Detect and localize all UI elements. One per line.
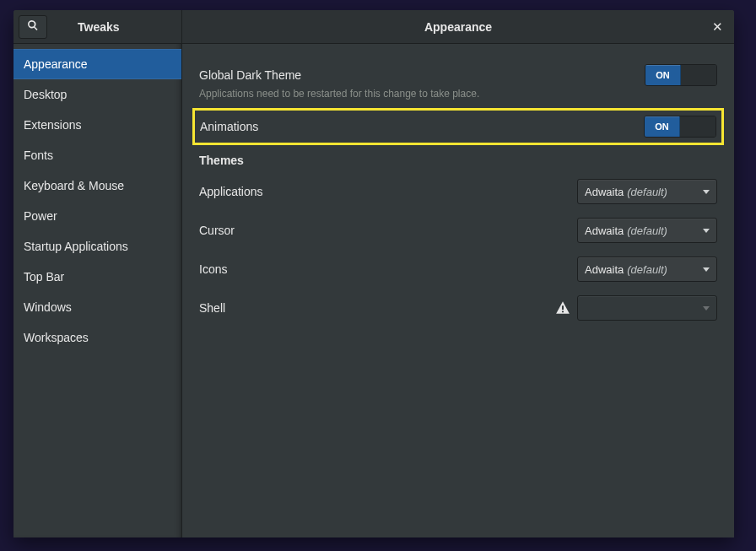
global-dark-label: Global Dark Theme [199,68,301,82]
switch-on-label: ON [645,65,681,85]
row-animations: Animations ON [192,108,724,145]
chevron-down-icon [703,267,710,272]
sidebar-item-label: Keyboard & Mouse [24,179,124,192]
dropdown-value: Adwaita [585,224,624,237]
sidebar-item-label: Power [24,209,57,223]
themes-heading: Themes [199,154,717,167]
theme-applications-label: Applications [199,185,263,198]
page-title: Appearance [182,20,734,34]
sidebar-item-keyboard-mouse[interactable]: Keyboard & Mouse [14,170,181,201]
theme-icons-label: Icons [199,262,227,276]
dropdown-value-note: (default) [627,263,667,276]
sidebar-item-label: Windows [24,300,72,314]
sidebar-item-desktop[interactable]: Desktop [14,79,181,110]
theme-cursor-label: Cursor [199,224,235,237]
dropdown-value-note: (default) [627,186,667,198]
animations-switch[interactable]: ON [644,116,716,138]
sidebar-item-windows[interactable]: Windows [14,292,181,322]
global-dark-subtext: Applications need to be restarted for th… [199,88,717,100]
chevron-down-icon [703,190,710,194]
sidebar-item-label: Fonts [24,149,53,162]
theme-applications-dropdown[interactable]: Adwaita (default) [577,179,717,204]
sidebar-item-power[interactable]: Power [14,201,181,231]
sidebar-item-workspaces[interactable]: Workspaces [14,322,181,353]
row-theme-applications: Applications Adwaita (default) [199,176,717,208]
sidebar-item-top-bar[interactable]: Top Bar [14,262,181,292]
warning-icon [555,300,570,316]
row-theme-cursor: Cursor Adwaita (default) [199,214,717,246]
close-button[interactable]: ✕ [705,15,729,39]
theme-shell-label: Shell [199,301,225,315]
dropdown-value-note: (default) [627,224,667,237]
sidebar-item-label: Desktop [24,88,67,101]
sidebar-item-label: Top Bar [24,270,64,284]
sidebar-item-label: Workspaces [24,331,89,344]
animations-label: Animations [200,120,258,133]
titlebar-left: Tweaks [14,10,182,43]
sidebar-item-appearance[interactable]: Appearance [14,49,181,79]
sidebar-item-label: Appearance [24,57,88,71]
content-pane: Global Dark Theme ON Applications need t… [182,44,734,537]
switch-thumb [680,116,716,137]
sidebar-item-fonts[interactable]: Fonts [14,140,181,170]
sidebar-item-startup-applications[interactable]: Startup Applications [14,231,181,262]
chevron-down-icon [703,229,710,233]
tweaks-window: Tweaks Appearance ✕ Appearance Desktop E… [14,10,734,537]
switch-on-label: ON [645,116,680,137]
window-body: Appearance Desktop Extensions Fonts Keyb… [14,44,734,537]
row-theme-shell: Shell [199,292,717,324]
sidebar: Appearance Desktop Extensions Fonts Keyb… [14,44,182,537]
switch-thumb [681,65,716,85]
dropdown-value: Adwaita [585,186,624,198]
chevron-down-icon [703,306,710,311]
sidebar-item-extensions[interactable]: Extensions [14,110,181,140]
dropdown-value: Adwaita [585,263,624,276]
row-global-dark-theme: Global Dark Theme ON [199,59,717,91]
row-theme-icons: Icons Adwaita (default) [199,253,717,285]
titlebar: Tweaks Appearance ✕ [14,10,734,44]
close-icon: ✕ [712,19,723,35]
theme-cursor-dropdown[interactable]: Adwaita (default) [577,218,717,243]
global-dark-switch[interactable]: ON [645,64,717,86]
search-icon [27,19,39,35]
theme-shell-dropdown[interactable] [577,295,717,321]
search-button[interactable] [19,15,47,39]
sidebar-item-label: Startup Applications [24,240,128,253]
titlebar-right: Appearance ✕ [182,10,734,43]
sidebar-item-label: Extensions [24,118,81,132]
app-name: Tweaks [78,20,120,34]
theme-icons-dropdown[interactable]: Adwaita (default) [577,257,717,282]
